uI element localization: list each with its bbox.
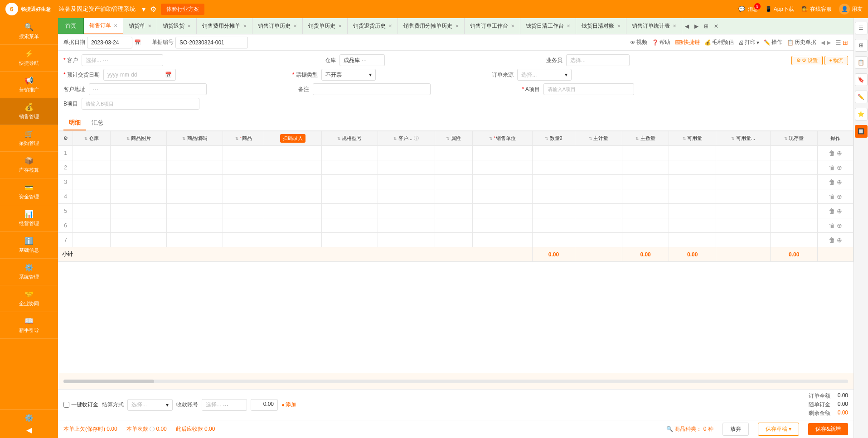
tab-daily-reconcile[interactable]: 钱货日清对账 ✕	[576, 18, 626, 34]
settings-top-btn[interactable]: ⚙ ⚙ 设置	[791, 56, 823, 65]
save-draft-btn[interactable]: 保存草稿 ▾	[758, 423, 799, 436]
tab-close-order-stats[interactable]: ✕	[673, 24, 676, 29]
row-copy-icon[interactable]: ⊕	[837, 207, 842, 215]
save-draft-dropdown-icon[interactable]: ▾	[789, 426, 791, 432]
col-main-qty-header[interactable]: 主数量	[622, 131, 669, 146]
tab-sales-invoice[interactable]: 销货单 ✕	[123, 18, 157, 34]
tab-close-order-history[interactable]: ✕	[293, 24, 297, 29]
right-panel-btn-5[interactable]: ✏️	[855, 91, 868, 103]
sidebar-item-marketing[interactable]: 📢 营销推广	[0, 72, 58, 98]
tab-close-sales-order[interactable]: ✕	[114, 23, 117, 28]
toolbar-help[interactable]: ❓ 帮助	[652, 39, 670, 46]
sidebar-item-guide[interactable]: 📖 新手引导	[0, 312, 58, 339]
right-panel-btn-2[interactable]: ⊞	[855, 39, 868, 52]
tab-fee-history[interactable]: 销售费用分摊单历史 ✕	[398, 18, 465, 34]
scroll-track[interactable]	[63, 380, 848, 383]
toolbar-profit[interactable]: 💰 毛利预估	[704, 39, 734, 46]
sidebar-item-search[interactable]: 🔍 搜索菜单	[0, 18, 58, 45]
tab-summary[interactable]: 汇总	[86, 116, 109, 130]
view-grid-icon[interactable]: ⊞	[843, 39, 848, 46]
payment-method-select[interactable]: 选择... ▾	[127, 399, 173, 411]
tab-invoice-history[interactable]: 销货单历史 ✕	[303, 18, 348, 34]
online-service[interactable]: 💁 在线客服	[801, 5, 832, 13]
sidebar-settings-btn[interactable]: ⚙️	[24, 414, 34, 422]
toolbar-operation[interactable]: ✏️ 操作	[764, 39, 782, 46]
account-input[interactable]: 选择... ···	[202, 399, 247, 411]
order-source-select[interactable]: 选择... ▾	[517, 69, 572, 81]
row-delete-icon[interactable]: 🗑	[829, 222, 835, 229]
tab-close-order-workbench[interactable]: ✕	[511, 24, 514, 29]
add-payment-btn[interactable]: ● 添加	[281, 401, 296, 409]
col-available-header[interactable]: 可用量	[669, 131, 716, 146]
tab-order-history[interactable]: 销售订单历史 ✕	[252, 18, 303, 34]
right-panel-btn-4[interactable]: 🔖	[855, 73, 868, 86]
col-customer-code-header[interactable]: 客户... ⓘ	[378, 131, 435, 146]
tab-order-workbench[interactable]: 销售订单工作台 ✕	[465, 18, 520, 34]
settings-icon[interactable]: ⚙	[150, 5, 156, 14]
col-unit-header[interactable]: *销售单位	[472, 131, 532, 146]
toolbar-print[interactable]: 🖨 打印 ▾	[738, 39, 759, 46]
tab-order-stats[interactable]: 销售订单统计表 ✕	[626, 18, 682, 34]
col-code-header[interactable]: 商品编码	[167, 131, 223, 146]
invoice-select[interactable]: 不开票 ▾	[321, 69, 376, 81]
tab-home[interactable]: 首页	[58, 18, 84, 34]
row-delete-icon[interactable]: 🗑	[829, 149, 835, 157]
tab-close-fee-history[interactable]: ✕	[455, 24, 459, 29]
sidebar-item-cooperation[interactable]: 🤝 企业协同	[0, 285, 58, 312]
col-product-header[interactable]: *商品	[223, 131, 264, 146]
save-new-btn[interactable]: 保存&新增	[808, 423, 848, 435]
tab-sales-order[interactable]: 销售订单 ✕	[84, 18, 123, 34]
addr-dots-btn[interactable]: ···	[93, 86, 98, 93]
tab-close-invoice-history[interactable]: ✕	[338, 24, 342, 29]
tab-detail[interactable]: 明细	[63, 116, 86, 130]
tab-return[interactable]: 销货退货 ✕	[157, 18, 197, 34]
toolbar-history[interactable]: 📋 历史单据	[787, 39, 816, 46]
a-project-input[interactable]: 请输入A项目	[543, 83, 634, 95]
customer-dots-btn[interactable]: ···	[103, 57, 108, 64]
tab-close-return-history[interactable]: ✕	[388, 24, 392, 29]
toolbar-shortcut[interactable]: ⌨ 快捷键	[675, 39, 700, 46]
col-attr-header[interactable]: 属性	[435, 131, 472, 146]
sidebar-item-purchase[interactable]: 🛒 采购管理	[0, 125, 58, 152]
tab-fee-split[interactable]: 销售费用分摊单 ✕	[197, 18, 252, 34]
tab-close-daily-reconcile[interactable]: ✕	[617, 24, 621, 29]
col-qty2-header[interactable]: 数量2	[532, 131, 575, 146]
warehouse-dots-btn[interactable]: ···	[362, 57, 367, 64]
right-panel-btn-3[interactable]: 📋	[855, 56, 868, 69]
row-copy-icon[interactable]: ⊕	[837, 149, 842, 157]
sidebar-item-inventory[interactable]: 📦 库存核算	[0, 152, 58, 178]
view-list-icon[interactable]: ☰	[835, 39, 841, 46]
scan-btn[interactable]: 扫码录入	[280, 134, 305, 143]
col-settings-header[interactable]: ⚙	[58, 131, 73, 146]
right-panel-btn-1[interactable]: ☰	[855, 22, 868, 34]
sidebar-item-system[interactable]: ⚙️ 系统管理	[0, 259, 58, 285]
installment-checkbox-label[interactable]: 一键收订金	[63, 401, 98, 409]
print-dropdown-icon[interactable]: ▾	[756, 39, 759, 46]
scroll-thumb[interactable]	[63, 380, 154, 383]
tab-prev-arrow[interactable]: ◀	[682, 23, 692, 29]
customer-addr-input[interactable]: ···	[89, 83, 207, 95]
discard-btn[interactable]: 放弃	[723, 423, 749, 436]
col-available2-header[interactable]: 可用量...	[716, 131, 771, 146]
tab-close-all-icon[interactable]: ✕	[711, 23, 721, 29]
col-image-header[interactable]: 商品图片	[111, 131, 167, 146]
col-main-unit-header[interactable]: 主计量	[575, 131, 622, 146]
payment-amount[interactable]: 0.00	[251, 399, 278, 411]
warehouse-input[interactable]: 成品库 ···	[339, 54, 385, 66]
row-copy-icon[interactable]: ⊕	[837, 222, 842, 229]
b-project-input[interactable]: 请输入B项目	[82, 98, 199, 110]
system-title-dropdown-icon[interactable]: ▾	[142, 5, 145, 14]
delivery-date-input[interactable]: yyyy-mm-dd 📅	[103, 69, 176, 81]
toolbar-video[interactable]: 👁 视频	[630, 39, 647, 46]
date-value[interactable]: 2023-03-24	[87, 37, 132, 48]
row-copy-icon[interactable]: ⊕	[837, 164, 842, 171]
row-delete-icon[interactable]: 🗑	[829, 207, 835, 215]
col-stock-header[interactable]: 现存量	[771, 131, 818, 146]
prev-record-btn[interactable]: ◀	[821, 39, 825, 46]
right-panel-btn-7[interactable]: 🔲	[855, 125, 868, 138]
message-icon[interactable]: 💬 9 消息	[738, 6, 757, 13]
tab-return-history[interactable]: 销货退货历史 ✕	[348, 18, 398, 34]
row-delete-icon[interactable]: 🗑	[829, 178, 835, 186]
sidebar-item-base-info[interactable]: ℹ️ 基础信息	[0, 232, 58, 259]
tab-close-fee-split[interactable]: ✕	[243, 24, 247, 29]
